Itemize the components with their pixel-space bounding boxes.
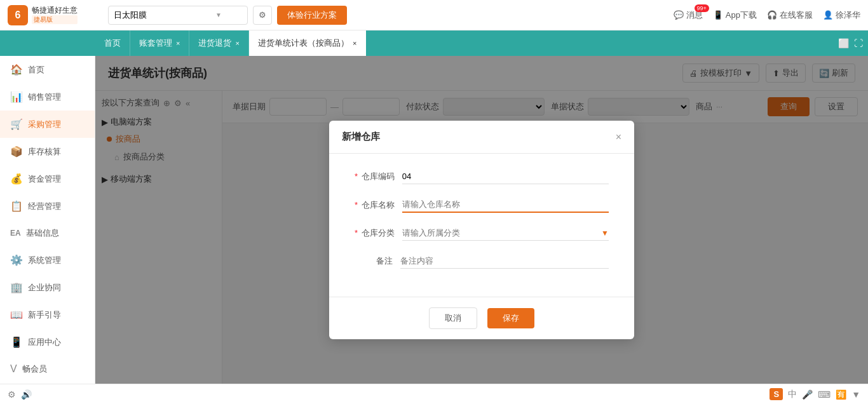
tab-purchase-stats[interactable]: 进货单统计表（按商品） × bbox=[249, 30, 366, 56]
tab-close-purchase-stats[interactable]: × bbox=[353, 39, 356, 47]
lang-icon[interactable]: 🈶 bbox=[836, 389, 846, 400]
gear-button[interactable]: ⚙ bbox=[253, 6, 272, 25]
remark-input[interactable] bbox=[400, 253, 609, 269]
settings-bottom-icon[interactable]: ⚙ bbox=[8, 389, 16, 400]
category-label: * 仓库分类 bbox=[355, 227, 395, 239]
message-icon: 💬 bbox=[674, 10, 684, 20]
search-input[interactable] bbox=[114, 10, 215, 20]
tab-home[interactable]: 首页 bbox=[95, 30, 130, 56]
header-right: 💬 消息 99+ 📱 App下载 🎧 在线客服 👤 徐泽华 bbox=[674, 10, 860, 21]
mic-icon[interactable]: 🎤 bbox=[802, 389, 813, 400]
category-dropdown-icon[interactable]: ▼ bbox=[601, 229, 609, 238]
vip-icon: V bbox=[10, 363, 17, 375]
inventory-icon: 📦 bbox=[10, 145, 23, 158]
sidebar-item-system[interactable]: ⚙️ 系统管理 bbox=[0, 246, 95, 274]
remark-label: 备注 bbox=[355, 255, 393, 267]
tab-account[interactable]: 账套管理 × bbox=[130, 30, 189, 56]
sidebar-item-sales[interactable]: 📊 销售管理 bbox=[0, 83, 95, 111]
logo-area: 6 畅捷通好生意 捷易版 bbox=[8, 5, 103, 25]
more-bottom-icon[interactable]: ▼ bbox=[851, 389, 860, 400]
sidebar-item-vip[interactable]: V 畅会员 bbox=[0, 356, 95, 382]
guide-icon: 📖 bbox=[10, 309, 23, 321]
mobile-icon: 📱 bbox=[713, 10, 723, 20]
logo-badge: 捷易版 bbox=[32, 15, 78, 24]
dialog-footer: 取消 保存 bbox=[329, 297, 634, 339]
sidebar: 🏠 首页 📊 销售管理 🛒 采购管理 📦 库存核算 💰 资金管理 📋 经营管理 … bbox=[0, 56, 95, 404]
apps-icon: 📱 bbox=[10, 336, 23, 348]
main-layout: 🏠 首页 📊 销售管理 🛒 采购管理 📦 库存核算 💰 资金管理 📋 经营管理 … bbox=[0, 56, 868, 404]
sidebar-item-guide[interactable]: 📖 新手引导 bbox=[0, 301, 95, 328]
cancel-button[interactable]: 取消 bbox=[429, 307, 477, 329]
new-warehouse-dialog: 新增仓库 × * 仓库编码 * bbox=[329, 121, 634, 339]
field-warehouse-code: * 仓库编码 bbox=[355, 169, 609, 184]
modal-overlay: 新增仓库 × * 仓库编码 * bbox=[95, 56, 868, 404]
dialog-body: * 仓库编码 * 仓库名称 bbox=[329, 154, 634, 297]
app-download-button[interactable]: 📱 App下载 bbox=[713, 10, 757, 21]
sidebar-item-operations[interactable]: 📋 经营管理 bbox=[0, 192, 95, 220]
operations-icon: 📋 bbox=[10, 200, 23, 212]
finance-icon: 💰 bbox=[10, 173, 23, 185]
name-label: * 仓库名称 bbox=[355, 199, 395, 211]
dialog-header: 新增仓库 × bbox=[329, 121, 634, 154]
tab-bar: 首页 账套管理 × 进货退货 × 进货单统计表（按商品） × ⬜ ⛶ bbox=[0, 30, 868, 56]
content-area: 进货单统计(按商品) 🖨 按模板打印 ▼ ⬆ 导出 🔄 刷新 bbox=[95, 56, 868, 404]
logo-icon: 6 bbox=[8, 5, 28, 25]
user-profile-button[interactable]: 👤 徐泽华 bbox=[823, 10, 860, 21]
s-logo-badge: S bbox=[770, 388, 783, 400]
category-select-wrapper: ▼ bbox=[402, 226, 609, 241]
speaker-bottom-icon[interactable]: 🔊 bbox=[21, 389, 32, 400]
top-header: 6 畅捷通好生意 捷易版 ▼ ⚙ 体验行业方案 💬 消息 99+ 📱 App下载… bbox=[0, 0, 868, 30]
sales-icon: 📊 bbox=[10, 91, 23, 103]
bottom-left: ⚙ 🔊 bbox=[8, 389, 32, 400]
logo-name: 畅捷通好生意 bbox=[32, 6, 78, 16]
sidebar-item-inventory[interactable]: 📦 库存核算 bbox=[0, 138, 95, 165]
required-star-category: * bbox=[355, 228, 358, 238]
tab-restore-button[interactable]: ⬜ bbox=[838, 38, 849, 48]
tab-fullscreen-button[interactable]: ⛶ bbox=[854, 38, 863, 48]
tab-purchase-return[interactable]: 进货退货 × bbox=[189, 30, 248, 56]
tab-bar-actions: ⬜ ⛶ bbox=[838, 38, 868, 48]
field-warehouse-name: * 仓库名称 bbox=[355, 197, 609, 213]
home-icon: 🏠 bbox=[10, 64, 23, 76]
zh-label[interactable]: 中 bbox=[788, 389, 797, 400]
tab-close-purchase-return[interactable]: × bbox=[235, 39, 239, 47]
messages-button[interactable]: 💬 消息 99+ bbox=[674, 10, 703, 21]
sidebar-item-home[interactable]: 🏠 首页 bbox=[0, 56, 95, 83]
sidebar-item-apps[interactable]: 📱 应用中心 bbox=[0, 328, 95, 356]
online-service-button[interactable]: 🎧 在线客服 bbox=[767, 10, 813, 21]
chevron-down-icon: ▼ bbox=[215, 11, 222, 18]
category-input[interactable] bbox=[402, 228, 601, 238]
headset-icon: 🎧 bbox=[767, 10, 777, 20]
sidebar-item-finance[interactable]: 💰 资金管理 bbox=[0, 165, 95, 192]
enterprise-icon: 🏢 bbox=[10, 281, 23, 293]
code-label: * 仓库编码 bbox=[355, 171, 395, 182]
sidebar-item-basic-info[interactable]: EA 基础信息 bbox=[0, 220, 95, 246]
field-warehouse-category: * 仓库分类 ▼ bbox=[355, 226, 609, 241]
system-icon: ⚙️ bbox=[10, 254, 23, 266]
search-bar: ▼ bbox=[108, 6, 248, 25]
sidebar-item-enterprise[interactable]: 🏢 企业协同 bbox=[0, 274, 95, 301]
dialog-close-button[interactable]: × bbox=[616, 131, 621, 143]
required-star-name: * bbox=[355, 200, 358, 210]
message-badge: 99+ bbox=[695, 4, 709, 12]
required-star-code: * bbox=[355, 172, 358, 181]
field-remark: 备注 bbox=[355, 253, 609, 269]
save-button[interactable]: 保存 bbox=[487, 308, 534, 328]
trial-button[interactable]: 体验行业方案 bbox=[277, 6, 347, 25]
bottom-bar: ⚙ 🔊 S 中 🎤 ⌨ 🈶 ▼ bbox=[0, 384, 868, 404]
purchase-icon: 🛒 bbox=[10, 118, 23, 130]
basic-info-icon: EA bbox=[10, 229, 21, 238]
bottom-right: S 中 🎤 ⌨ 🈶 ▼ bbox=[770, 388, 860, 400]
code-input[interactable] bbox=[402, 169, 609, 184]
keyboard-icon[interactable]: ⌨ bbox=[818, 389, 831, 400]
tab-close-account[interactable]: × bbox=[176, 39, 180, 47]
dialog-title: 新增仓库 bbox=[342, 131, 380, 143]
username-label: 徐泽华 bbox=[836, 10, 860, 21]
user-avatar-icon: 👤 bbox=[823, 10, 833, 20]
sidebar-item-purchase[interactable]: 🛒 采购管理 bbox=[0, 111, 95, 138]
name-input[interactable] bbox=[402, 197, 609, 213]
